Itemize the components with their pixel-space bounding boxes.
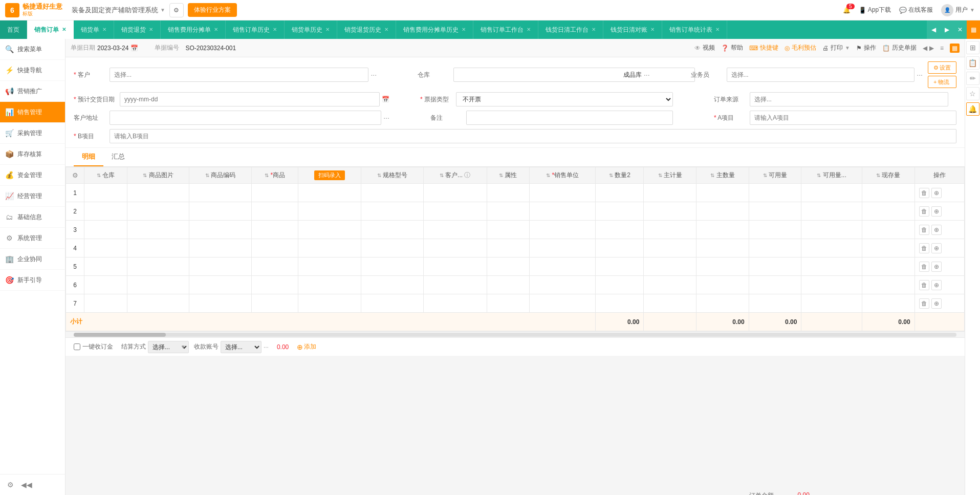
toolbar-table-button[interactable]: ▦ <box>950 44 960 53</box>
scrollbar-thumb[interactable] <box>74 333 166 337</box>
b-project-input[interactable] <box>110 129 956 143</box>
row-2-customer-code[interactable] <box>423 202 487 221</box>
row-2-product[interactable] <box>252 202 298 221</box>
add-logistics-button[interactable]: + 物流 <box>928 76 956 88</box>
nav-close-all-button[interactable]: ✕ <box>953 20 967 39</box>
sidebar-item-system[interactable]: ⚙ 系统管理 <box>0 228 65 249</box>
row-2-copy-button[interactable]: ⊕ <box>931 206 942 217</box>
row-1-stock[interactable] <box>862 184 914 202</box>
row-1-product[interactable] <box>252 184 298 202</box>
ticket-type-select[interactable]: 不开票 增值税普通发票 增值税专用发票 <box>456 92 673 106</box>
print-button[interactable]: 🖨 打印 ▼ <box>822 44 850 52</box>
toolbar-grid-button[interactable]: ≡ <box>940 45 944 52</box>
row-1-available2[interactable] <box>801 184 862 202</box>
online-service[interactable]: 💬 在线客服 <box>899 6 933 14</box>
row-2-available[interactable] <box>749 202 801 221</box>
tab-sales-order-history[interactable]: 销售订单历史 ✕ <box>226 20 285 39</box>
tab-cash-workbench-close[interactable]: ✕ <box>592 20 596 39</box>
table-settings-icon[interactable]: ⚙ <box>72 171 78 179</box>
salesperson-dots-icon[interactable]: ··· <box>917 71 923 79</box>
col-header-settings[interactable]: ⚙ <box>66 167 84 184</box>
row-1-warehouse[interactable] <box>84 184 127 202</box>
settings-form-button[interactable]: ⚙ 设置 <box>928 61 956 74</box>
sidebar-item-search[interactable]: 🔍 搜索菜单 <box>0 39 65 60</box>
settings-icon[interactable]: ⚙ <box>169 3 184 17</box>
tab-sales-invoice[interactable]: 销货单 ✕ <box>74 20 114 39</box>
salesperson-input[interactable] <box>727 68 915 82</box>
tab-order-workbench[interactable]: 销售订单工作台 ✕ <box>473 20 538 39</box>
row-4-copy-button[interactable]: ⊕ <box>931 243 942 253</box>
row-1-attributes[interactable] <box>487 184 530 202</box>
row-2-stock[interactable] <box>862 202 914 221</box>
profit-button[interactable]: ◎ 毛利预估 <box>785 44 816 52</box>
horizontal-scrollbar[interactable] <box>66 331 965 337</box>
sidebar-item-sales[interactable]: 📊 销售管理 <box>0 102 65 123</box>
row-1-customer-code[interactable] <box>423 184 487 202</box>
row-3-delete-button[interactable]: 🗑 <box>919 225 929 235</box>
row-2-code[interactable] <box>189 202 252 221</box>
row-1-code[interactable] <box>189 184 252 202</box>
row-3-warehouse[interactable] <box>84 221 127 239</box>
tab-cash-workbench[interactable]: 钱货日清工作台 ✕ <box>538 20 603 39</box>
tab-sales-order-history-close[interactable]: ✕ <box>273 20 277 39</box>
warehouse-input[interactable] <box>453 68 695 82</box>
right-panel-btn-5[interactable]: 🔔 <box>966 102 979 116</box>
delivery-date-input[interactable] <box>120 92 380 106</box>
tab-home[interactable]: 首页 <box>0 20 27 39</box>
row-1-qty2[interactable] <box>596 184 644 202</box>
row-2-warehouse[interactable] <box>84 202 127 221</box>
sidebar-item-basic[interactable]: 🗂 基础信息 <box>0 207 65 228</box>
sidebar-item-finance[interactable]: 💰 资金管理 <box>0 165 65 186</box>
address-input[interactable] <box>110 111 381 125</box>
row-2-available2[interactable] <box>801 202 862 221</box>
tab-sales-order-close[interactable]: ✕ <box>62 20 66 39</box>
address-dots-icon[interactable]: ··· <box>383 114 389 122</box>
tab-order-workbench-close[interactable]: ✕ <box>527 20 531 39</box>
date-picker-icon[interactable]: 📅 <box>382 96 389 103</box>
order-source-input[interactable] <box>750 92 948 106</box>
toolbar-next-button[interactable]: ▶ <box>929 45 934 52</box>
tab-sales-return-close[interactable]: ✕ <box>149 20 153 39</box>
tab-sales-fee[interactable]: 销售费用分摊单 ✕ <box>161 20 226 39</box>
row-6-delete-button[interactable]: 🗑 <box>919 280 929 290</box>
operation-button[interactable]: ⚑ 操作 <box>856 44 876 52</box>
calendar-icon[interactable]: 📅 <box>130 45 138 52</box>
tab-return-history[interactable]: 销货退货历史 ✕ <box>337 20 396 39</box>
right-panel-btn-4[interactable]: ☆ <box>966 87 979 100</box>
industry-button[interactable]: 体验行业方案 <box>188 3 237 17</box>
row-1-delete-button[interactable]: 🗑 <box>919 188 929 198</box>
nav-menu-button[interactable]: ▦ <box>967 20 980 39</box>
sidebar-settings-button[interactable]: ⚙ <box>4 479 16 491</box>
row-4-delete-button[interactable]: 🗑 <box>919 243 929 253</box>
a-project-input[interactable] <box>750 111 956 125</box>
tab-fee-history[interactable]: 销售费用分摊单历史 ✕ <box>396 20 473 39</box>
row-1-copy-button[interactable]: ⊕ <box>931 188 942 198</box>
account-select[interactable]: 选择... <box>221 341 262 353</box>
row-1-main-unit[interactable] <box>644 184 696 202</box>
row-2-qty2[interactable] <box>596 202 644 221</box>
tab-sales-return[interactable]: 销货退货 ✕ <box>114 20 161 39</box>
sidebar-item-guide[interactable]: 🎯 新手引导 <box>0 270 65 291</box>
tab-cash-reconcile[interactable]: 钱货日清对账 ✕ <box>603 20 662 39</box>
row-2-spec[interactable] <box>361 202 423 221</box>
tab-sales-fee-close[interactable]: ✕ <box>214 20 218 39</box>
tab-cash-reconcile-close[interactable]: ✕ <box>650 20 655 39</box>
row-1-available[interactable] <box>749 184 801 202</box>
sidebar-item-purchase[interactable]: 🛒 采购管理 <box>0 123 65 144</box>
sidebar-item-quick-nav[interactable]: ⚡ 快捷导航 <box>0 60 65 81</box>
row-6-copy-button[interactable]: ⊕ <box>931 280 942 290</box>
warehouse-dots-icon[interactable]: ··· <box>644 71 650 79</box>
tab-summary[interactable]: 汇总 <box>103 148 133 166</box>
customer-dots-icon[interactable]: ··· <box>371 71 377 79</box>
row-1-spec[interactable] <box>361 184 423 202</box>
tab-sales-order[interactable]: 销售订单 ✕ <box>27 20 74 39</box>
right-panel-btn-3[interactable]: ✏ <box>966 72 979 85</box>
system-selector[interactable]: 装备及固定资产辅助管理系统 ▼ <box>67 6 165 15</box>
view-button[interactable]: 👁 视频 <box>694 44 715 52</box>
customer-input[interactable] <box>110 68 368 82</box>
one-click-payment-checkbox[interactable] <box>74 343 80 350</box>
tab-fee-history-close[interactable]: ✕ <box>462 20 466 39</box>
row-7-delete-button[interactable]: 🗑 <box>919 298 929 309</box>
account-dots-icon[interactable]: ··· <box>264 343 269 351</box>
sidebar-item-enterprise[interactable]: 🏢 企业协同 <box>0 249 65 270</box>
